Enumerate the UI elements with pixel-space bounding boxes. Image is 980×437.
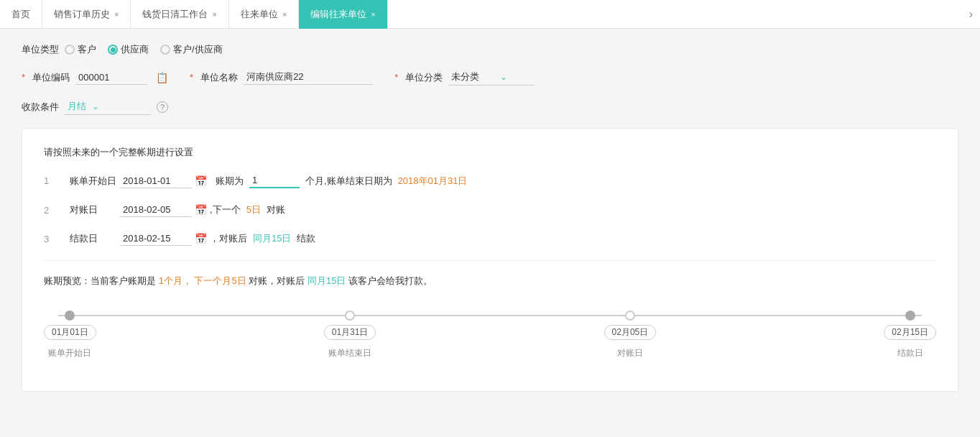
tab-sales-order-label: 销售订单历史 — [54, 8, 110, 21]
timeline-node-2: 01月31日 账单结束日 — [324, 310, 376, 359]
period-highlight-3: 同月15日 — [253, 232, 291, 245]
help-icon[interactable]: ? — [157, 101, 168, 113]
preview-part2: 下一个月5日 — [194, 275, 246, 286]
unit-type-group: 单位类型 客户 供应商 客户/供应商 — [22, 43, 223, 56]
section-title: 请按照未来的一个完整帐期进行设置 — [44, 146, 936, 159]
unit-category-group: * 单位分类 未分类 ⌄ — [394, 69, 535, 86]
period-num-1: 1 — [44, 175, 58, 186]
period-month-input[interactable] — [249, 173, 300, 188]
period-date-input-1[interactable] — [120, 174, 192, 188]
period-section-card: 请按照未来的一个完整帐期进行设置 1 账单开始日 📅 账期为 个月,账单结束日期… — [22, 128, 958, 392]
unit-code-group: * 单位编码 📋 — [22, 70, 168, 85]
period-date-input-3[interactable] — [120, 231, 192, 246]
payment-select[interactable]: 月结 ⌄ — [65, 98, 151, 115]
tab-cash-work[interactable]: 钱货日清工作台 × — [131, 0, 228, 29]
tab-counterparty-close[interactable]: × — [282, 10, 287, 19]
unit-code-star: * — [22, 72, 25, 83]
tab-edit-counterparty[interactable]: 编辑往来单位 × — [299, 0, 387, 29]
payment-label: 收款条件 — [22, 101, 59, 114]
timeline-node-4: 02月15日 结款日 — [884, 310, 936, 359]
tab-counterparty-label: 往来单位 — [241, 8, 278, 21]
timeline-nodes: 01月01日 账单开始日 01月31日 账单结束日 02月05日 对账日 — [44, 310, 936, 359]
unit-code-input[interactable] — [75, 70, 147, 85]
tab-edit-counterparty-close[interactable]: × — [371, 10, 375, 19]
period-label-1: 账单开始日 — [70, 175, 120, 188]
radio-customer[interactable]: 客户 — [65, 43, 96, 56]
unit-type-row: 单位类型 客户 供应商 客户/供应商 — [22, 43, 958, 56]
preview-text: 账期预览：当前客户账期是 1个月， 下一个月5日 对账，对账后 同月15日 该客… — [44, 272, 936, 289]
period-cal-1[interactable]: 📅 — [195, 175, 207, 187]
tab-edit-counterparty-label: 编辑往来单位 — [310, 8, 366, 21]
period-cal-3[interactable]: 📅 — [195, 233, 207, 244]
unit-category-arrow: ⌄ — [500, 72, 507, 82]
unit-category-value: 未分类 — [451, 70, 494, 83]
node-tag-3: 02月05日 — [604, 325, 657, 340]
preview-part1: 1个月， — [159, 275, 192, 286]
radio-both-circle — [160, 45, 170, 55]
node-label-1: 账单开始日 — [48, 347, 91, 359]
node-circle-4 — [905, 310, 915, 321]
preview-label: 账期预览：当前客户账期是 — [44, 275, 156, 286]
node-label-3: 对账日 — [617, 347, 643, 359]
tab-cash-work-close[interactable]: × — [212, 10, 216, 19]
period-desc-before-2: ,下一个 — [210, 203, 241, 216]
preview-middle: 对账，对账后 — [249, 275, 305, 286]
period-row-2: 2 对账日 📅 ,下一个 5日 对账 — [44, 203, 936, 217]
radio-customer-circle — [65, 45, 75, 55]
payment-row: 收款条件 月结 ⌄ ? — [22, 98, 958, 115]
period-desc-after-2: 对账 — [267, 203, 285, 216]
node-circle-1 — [65, 310, 75, 321]
tabs-right-arrow[interactable]: › — [962, 8, 980, 21]
unit-code-icon[interactable]: 📋 — [156, 72, 168, 83]
period-label-3: 结款日 — [70, 232, 120, 245]
period-row-1: 1 账单开始日 📅 账期为 个月,账单结束日期为 2018年01月31日 — [44, 173, 936, 188]
radio-supplier-circle — [108, 45, 118, 55]
period-desc-after-1: 个月,账单结束日期为 — [305, 175, 392, 188]
unit-info-row: * 单位编码 📋 * 单位名称 * 单位分类 未分类 ⌄ — [22, 69, 958, 86]
radio-both-label: 客户/供应商 — [173, 43, 223, 56]
radio-group: 客户 供应商 客户/供应商 — [65, 43, 223, 56]
node-label-4: 结款日 — [897, 347, 923, 359]
tab-counterparty[interactable]: 往来单位 × — [229, 0, 299, 29]
tab-home-label: 首页 — [11, 8, 30, 21]
payment-group: 收款条件 月结 ⌄ ? — [22, 98, 168, 115]
radio-supplier[interactable]: 供应商 — [108, 43, 149, 56]
period-highlight-2: 5日 — [246, 203, 261, 216]
unit-name-group: * 单位名称 — [190, 70, 373, 85]
timeline-container: 01月01日 账单开始日 01月31日 账单结束日 02月05日 对账日 — [44, 303, 936, 374]
tab-cash-work-label: 钱货日清工作台 — [142, 8, 208, 21]
node-tag-4: 02月15日 — [884, 325, 936, 340]
preview-part3: 同月15日 — [308, 275, 346, 286]
radio-both[interactable]: 客户/供应商 — [160, 43, 223, 56]
period-cal-2[interactable]: 📅 — [195, 204, 207, 216]
unit-name-input[interactable] — [244, 70, 373, 85]
period-desc-after-3: 结款 — [297, 232, 315, 245]
period-date-input-2[interactable] — [120, 203, 192, 217]
payment-value: 月结 — [68, 100, 86, 113]
radio-customer-label: 客户 — [78, 43, 96, 56]
payment-arrow: ⌄ — [92, 101, 99, 111]
unit-type-label: 单位类型 — [22, 43, 59, 56]
node-tag-1: 01月01日 — [44, 325, 96, 340]
tab-sales-order-close[interactable]: × — [114, 10, 119, 19]
unit-category-label: 单位分类 — [405, 71, 443, 84]
node-circle-2 — [345, 310, 355, 321]
unit-name-label: 单位名称 — [200, 71, 238, 84]
tabs-bar: 首页 销售订单历史 × 钱货日清工作台 × 往来单位 × 编辑往来单位 × › — [0, 0, 980, 29]
preview-end: 该客户会给我打款。 — [348, 275, 433, 286]
period-desc-before-1: 账期为 — [216, 175, 244, 188]
unit-category-select[interactable]: 未分类 ⌄ — [448, 69, 535, 86]
period-num-2: 2 — [44, 205, 58, 216]
period-desc-before-3: ，对账后 — [210, 232, 247, 245]
radio-supplier-label: 供应商 — [121, 43, 149, 56]
node-label-2: 账单结束日 — [328, 347, 371, 359]
unit-name-star: * — [190, 72, 193, 83]
period-row-3: 3 结款日 📅 ，对账后 同月15日 结款 — [44, 231, 936, 246]
timeline-node-1: 01月01日 账单开始日 — [44, 310, 96, 359]
tab-sales-order[interactable]: 销售订单历史 × — [42, 0, 131, 29]
timeline-node-3: 02月05日 对账日 — [604, 310, 657, 359]
page-content: 单位类型 客户 供应商 客户/供应商 * 单位编码 — [0, 29, 980, 437]
period-end-date: 2018年01月31日 — [398, 175, 468, 188]
period-num-3: 3 — [44, 234, 58, 244]
tab-home[interactable]: 首页 — [0, 0, 42, 29]
